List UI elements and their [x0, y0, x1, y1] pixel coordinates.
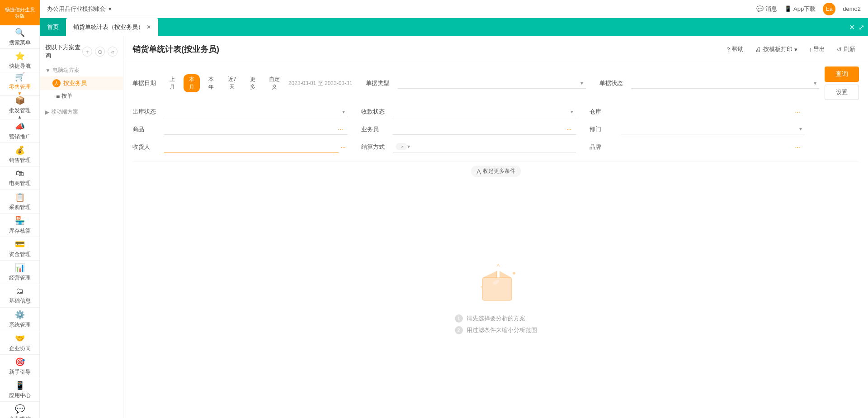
date-btn-this-year[interactable]: 本年 — [203, 74, 219, 92]
sub-item-by-list[interactable]: ≡ 按单 — [40, 90, 123, 102]
docstatus-select[interactable]: ▾ — [631, 78, 819, 89]
sidebar-item-sales[interactable]: 💰 销售管理 — [0, 143, 39, 166]
sidebar-item-newbie[interactable]: 🎯 新手引导 — [0, 355, 39, 378]
brand-dots-icon[interactable]: ··· — [793, 143, 802, 151]
refresh-icon: ↺ — [837, 46, 842, 53]
mobile-scheme-label: 移动端方案 — [51, 108, 78, 116]
date-btn-7days[interactable]: 近7天 — [223, 74, 241, 92]
doctype-select[interactable]: ▾ — [397, 78, 585, 89]
collapse-panel-button[interactable]: « — [108, 47, 118, 57]
sidebar-item-sales-label: 销售管理 — [9, 157, 31, 164]
settlement-dropdown-icon: ▾ — [407, 143, 410, 150]
message-button[interactable]: 💬 消息 — [756, 5, 777, 13]
sidebar-item-enterprise[interactable]: 🤝 企业协同 — [0, 331, 39, 355]
salesperson-dots-icon[interactable]: ··· — [565, 125, 574, 133]
tab-close-icon[interactable]: ✕ — [146, 24, 151, 30]
sidebar-item-inventory[interactable]: 🏪 库存核算 — [0, 214, 39, 237]
sidebar-item-wholesale[interactable]: 📦 批发管理 ▲ — [0, 96, 39, 119]
date-range-display: 2023-03-01 至 2023-03-31 — [288, 80, 352, 87]
finance-icon: 💳 — [15, 239, 25, 249]
add-icon: + — [85, 48, 89, 55]
sidebar-item-finance-label: 资金管理 — [9, 251, 31, 258]
empty-tips: 1 请先选择要分析的方案 2 用过滤条件来缩小分析范围 — [455, 314, 537, 334]
product-label: 商品 — [132, 125, 164, 133]
tab-home[interactable]: 首页 — [40, 18, 66, 36]
settlement-select[interactable]: × ▾ — [393, 141, 576, 152]
receiver-input[interactable] — [164, 142, 339, 152]
docstatus-label: 单据状态 — [599, 79, 631, 87]
warehouse-select[interactable]: ··· — [621, 106, 805, 117]
tab-expand-icon[interactable]: ⤢ — [859, 23, 864, 32]
sales-stat-tab-label: 销货单统计表（按业务员） — [73, 23, 144, 31]
sidebar-item-retail[interactable]: 🛒 零售管理 ▼ — [0, 72, 39, 96]
filter-payment-field: 收款状态 ▾ — [361, 107, 576, 117]
main-area: 办公用品行业模拟账套 ▾ 💬 消息 📱 App下载 Ea demo2 首页 销货… — [40, 0, 868, 418]
sidebar-item-corpwechat[interactable]: 💬 企业微信 — [0, 402, 39, 418]
warehouse-dots-icon[interactable]: ··· — [793, 108, 802, 115]
wholesale-icon: 📦 — [15, 95, 25, 105]
sidebar-item-ecommerce[interactable]: 🛍 电商管理 — [0, 166, 39, 190]
sidebar-item-appstore[interactable]: 📱 应用中心 — [0, 378, 39, 402]
sidebar-item-purchase-label: 采购管理 — [9, 204, 31, 211]
collapse-row: ⋀ 收起更多条件 — [132, 162, 859, 180]
brand-select[interactable]: ··· — [621, 142, 805, 152]
mobile-arrow-icon[interactable]: ▶ — [45, 109, 49, 115]
date-btn-custom[interactable]: 自定义 — [264, 74, 285, 92]
outbound-dropdown-icon: ▾ — [342, 109, 345, 115]
date-btn-more[interactable]: 更多 — [245, 74, 261, 92]
sidebar-item-search[interactable]: 🔍 搜索菜单 — [0, 25, 39, 49]
print-icon: 🖨 — [755, 46, 761, 53]
filter-brand-field: 品牌 ··· — [590, 142, 805, 152]
date-btn-this-month[interactable]: 本月 — [184, 74, 199, 92]
salesperson-select[interactable]: ··· — [393, 124, 576, 135]
date-btn-last-month[interactable]: 上月 — [164, 74, 180, 92]
add-scheme-button[interactable]: + — [82, 47, 92, 57]
salesperson-label: 业务员 — [361, 125, 393, 133]
desktop-arrow-icon[interactable]: ▼ — [45, 67, 51, 74]
edit-icon: ⊙ — [98, 48, 103, 55]
tab-sales-stat[interactable]: 销货单统计表（按业务员） ✕ — [66, 18, 158, 36]
settlement-clear-button[interactable]: × — [401, 144, 404, 149]
svg-point-7 — [481, 286, 482, 288]
basic-icon: 🗂 — [16, 286, 24, 296]
sidebar-item-marketing[interactable]: 📣 营销推广 — [0, 119, 39, 143]
settings-button[interactable]: 设置 — [825, 85, 859, 100]
sales-icon: 💰 — [15, 145, 25, 155]
filter-doctype-field: 单据类型 ▾ — [366, 78, 585, 89]
scheme-item-by-salesperson[interactable]: 人 按业务员 — [40, 76, 123, 90]
print-button[interactable]: 🖨 按模板打印 ▾ — [752, 43, 801, 55]
sidebar-item-basic-label: 基础信息 — [9, 297, 31, 305]
app-download-button[interactable]: 📱 App下载 — [784, 5, 816, 13]
filter-docstatus-field: 单据状态 ▾ — [599, 78, 819, 89]
breadcrumb-dropdown-icon[interactable]: ▾ — [108, 5, 112, 12]
export-button[interactable]: ↑ 导出 — [806, 43, 829, 55]
avatar[interactable]: Ea — [823, 3, 835, 15]
help-button[interactable]: ? 帮助 — [723, 43, 747, 55]
product-dots-icon[interactable]: ··· — [336, 125, 345, 133]
mobile-scheme-section: ▶ 移动端方案 — [40, 104, 123, 120]
receiver-dots-icon[interactable]: ··· — [339, 143, 348, 151]
query-button[interactable]: 查询 — [825, 66, 859, 82]
filter-department-field: 部门 ▾ — [590, 124, 805, 134]
tip-num-2: 2 — [455, 326, 463, 334]
receiver-label: 收货人 — [132, 143, 164, 151]
product-select[interactable]: ··· — [164, 124, 348, 135]
sidebar-item-shortcut[interactable]: ⭐ 快捷导航 — [0, 49, 39, 72]
sidebar-item-finance[interactable]: 💳 资金管理 — [0, 237, 39, 261]
sidebar-item-system[interactable]: ⚙️ 系统管理 — [0, 308, 39, 331]
sidebar-item-operations[interactable]: 📊 经营管理 — [0, 261, 39, 284]
outbound-select[interactable]: ▾ — [164, 107, 348, 117]
print-dropdown-icon[interactable]: ▾ — [794, 46, 797, 53]
tip-text-1: 请先选择要分析的方案 — [467, 314, 525, 323]
edit-scheme-button[interactable]: ⊙ — [95, 47, 105, 57]
refresh-button[interactable]: ↺ 刷新 — [833, 43, 859, 55]
user-label: Ea — [826, 6, 833, 12]
tab-close-all-icon[interactable]: ✕ — [849, 23, 855, 32]
empty-state-icon — [473, 262, 519, 307]
payment-select[interactable]: ▾ — [393, 107, 576, 117]
department-select[interactable]: ▾ — [621, 124, 805, 134]
sidebar-item-purchase[interactable]: 📋 采购管理 — [0, 190, 39, 214]
collapse-button[interactable]: ⋀ 收起更多条件 — [471, 166, 521, 177]
sidebar-item-basic[interactable]: 🗂 基础信息 — [0, 284, 39, 308]
outbound-label: 出库状态 — [132, 108, 164, 116]
